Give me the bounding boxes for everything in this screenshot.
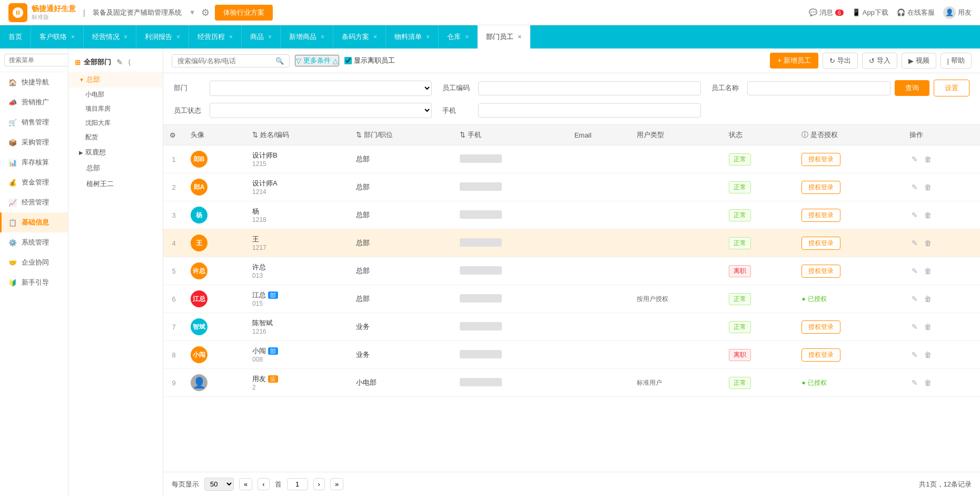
nav-tab-bom[interactable]: 物料清单 × (386, 25, 439, 48)
delete-btn-6[interactable]: 🗑 (922, 294, 934, 304)
online-service-action[interactable]: 🎧 在线客服 (897, 8, 935, 17)
auth-btn-8[interactable]: 授权登录 (801, 348, 840, 362)
sidebar-item-system[interactable]: ⚙️ 系统管理 (0, 232, 68, 252)
collapse-panel-btn[interactable]: ⟨ (126, 57, 133, 67)
sidebar-item-quick-nav[interactable]: 🏠 快捷导航 (0, 72, 68, 92)
dept-child-0-3[interactable]: 配货 (68, 130, 163, 144)
nav-tab-home[interactable]: 首页 (0, 25, 31, 48)
dept-edit-icon[interactable]: ✎ (116, 58, 123, 66)
nav-tab-customer[interactable]: 客户联络 × (31, 25, 84, 48)
nav-tab-barcode[interactable]: 条码方案 × (333, 25, 386, 48)
settings-btn[interactable]: ⚙ (201, 7, 210, 18)
auth-btn-1[interactable]: 授权登录 (801, 153, 840, 166)
sidebar-item-purchase[interactable]: 📦 采购管理 (0, 132, 68, 152)
help-btn[interactable]: | 帮助 (941, 53, 972, 69)
dept-item-2[interactable]: 总部 (68, 160, 163, 176)
close-dept-emp-tab[interactable]: × (518, 33, 521, 41)
last-page-btn[interactable]: » (330, 478, 343, 490)
import-btn[interactable]: ↺ 导入 (862, 53, 897, 69)
view-btn[interactable]: ▶ 视频 (902, 53, 936, 69)
show-resigned-label[interactable]: 显示离职员工 (344, 56, 395, 65)
close-customer-tab[interactable]: × (71, 33, 75, 41)
nav-tab-journey[interactable]: 经营历程 × (189, 25, 242, 48)
dept-child-0-1[interactable]: 项目库房 (68, 102, 163, 116)
sidebar-item-enterprise[interactable]: 🤝 企业协同 (0, 252, 68, 273)
sidebar-search-input[interactable] (4, 54, 68, 66)
user-action[interactable]: 👤 用友 (943, 6, 972, 19)
close-goods-tab[interactable]: × (268, 33, 272, 41)
sidebar-item-sales[interactable]: 🛒 销售管理 (0, 112, 68, 132)
edit-btn-5[interactable]: ✎ (909, 266, 920, 276)
emp-status-select[interactable] (210, 103, 432, 118)
phone-input[interactable] (478, 103, 700, 118)
sidebar-item-inventory[interactable]: 📊 库存核算 (0, 152, 68, 172)
delete-btn-8[interactable]: 🗑 (922, 349, 934, 360)
search-btn-icon[interactable]: 🔍 (275, 57, 284, 65)
col-dept-position[interactable]: ⇅ 部门/职位 (350, 125, 453, 145)
auth-btn-5[interactable]: 授权登录 (801, 265, 840, 278)
emp-code-input[interactable] (478, 81, 700, 95)
edit-btn-6[interactable]: ✎ (909, 294, 920, 304)
dept-child-0-0[interactable]: 小电部 (68, 87, 163, 102)
add-employee-btn[interactable]: + 新增员工 (770, 53, 818, 69)
edit-btn-4[interactable]: ✎ (909, 238, 920, 248)
edit-btn-1[interactable]: ✎ (909, 154, 920, 164)
nav-tab-new-goods[interactable]: 新增商品 × (281, 25, 333, 48)
next-page-btn[interactable]: › (313, 478, 325, 490)
close-new-goods-tab[interactable]: × (321, 33, 324, 41)
close-journey-tab[interactable]: × (229, 33, 233, 41)
emp-name-input[interactable] (747, 81, 890, 95)
delete-btn-5[interactable]: 🗑 (922, 266, 934, 276)
col-settings[interactable]: ⚙ (163, 125, 184, 145)
sidebar-item-marketing[interactable]: 📣 营销推广 (0, 92, 68, 112)
dept-item-1[interactable]: ▶ 双鹿想 (68, 144, 163, 160)
edit-btn-3[interactable]: ✎ (909, 210, 920, 220)
auth-btn-2[interactable]: 授权登录 (801, 181, 840, 194)
auth-btn-4[interactable]: 授权登录 (801, 237, 840, 250)
delete-btn-1[interactable]: 🗑 (922, 154, 934, 164)
edit-btn-9[interactable]: ✎ (909, 377, 920, 388)
delete-btn-2[interactable]: 🗑 (922, 182, 934, 192)
auth-btn-7[interactable]: 授权登录 (801, 320, 840, 334)
reset-btn[interactable]: 设置 (934, 80, 969, 96)
app-download-action[interactable]: 📱 App下载 (852, 8, 888, 17)
query-btn[interactable]: 查询 (895, 80, 929, 96)
sidebar-item-guide[interactable]: 🔰 新手引导 (0, 273, 68, 293)
auth-btn-3[interactable]: 授权登录 (801, 209, 840, 222)
delete-btn-3[interactable]: 🗑 (922, 210, 934, 220)
dept-item-0[interactable]: ▼ 总部 (68, 72, 163, 87)
col-phone[interactable]: ⇅ 手机 (453, 125, 568, 145)
first-page-btn[interactable]: « (239, 478, 252, 490)
nav-tab-goods[interactable]: 商品 × (242, 25, 281, 48)
nav-tab-operations[interactable]: 经营情况 × (84, 25, 136, 48)
sidebar-item-operations[interactable]: 📈 经营管理 (0, 192, 68, 212)
search-input[interactable] (177, 57, 272, 65)
edit-btn-2[interactable]: ✎ (909, 182, 920, 192)
delete-btn-9[interactable]: 🗑 (922, 377, 934, 388)
close-operations-tab[interactable]: × (124, 33, 127, 41)
show-resigned-checkbox[interactable] (344, 57, 352, 64)
nav-tab-dept-emp[interactable]: 部门员工 × (478, 25, 530, 48)
page-input[interactable] (287, 478, 308, 490)
dept-child-0-2[interactable]: 沈阳大库 (68, 116, 163, 130)
nav-tab-warehouse[interactable]: 仓库 × (439, 25, 478, 48)
dept-item-3[interactable]: 植树王二 (68, 176, 163, 192)
sidebar-item-basic-info[interactable]: 📋 基础信息 (0, 212, 68, 232)
delete-btn-7[interactable]: 🗑 (922, 322, 934, 332)
export-btn[interactable]: ↻ 导出 (823, 53, 858, 69)
close-warehouse-tab[interactable]: × (465, 33, 469, 41)
edit-btn-8[interactable]: ✎ (909, 349, 920, 360)
edit-btn-7[interactable]: ✎ (909, 322, 920, 332)
prev-page-btn[interactable]: ‹ (258, 478, 269, 490)
more-filters-btn[interactable]: ▽ 更多条件 △ (295, 55, 339, 66)
system-title-dropdown[interactable]: ▼ (189, 8, 196, 16)
message-action[interactable]: 💬 消息 6 (809, 8, 844, 17)
trial-btn[interactable]: 体验行业方案 (215, 5, 273, 21)
close-profit-tab[interactable]: × (176, 33, 180, 41)
per-page-select[interactable]: 50 20 100 (204, 478, 234, 491)
close-bom-tab[interactable]: × (426, 33, 430, 41)
nav-tab-profit[interactable]: 利润报告 × (136, 25, 189, 48)
close-barcode-tab[interactable]: × (373, 33, 377, 41)
col-name-code[interactable]: ⇅ 姓名/编码 (246, 125, 350, 145)
delete-btn-4[interactable]: 🗑 (922, 238, 934, 248)
